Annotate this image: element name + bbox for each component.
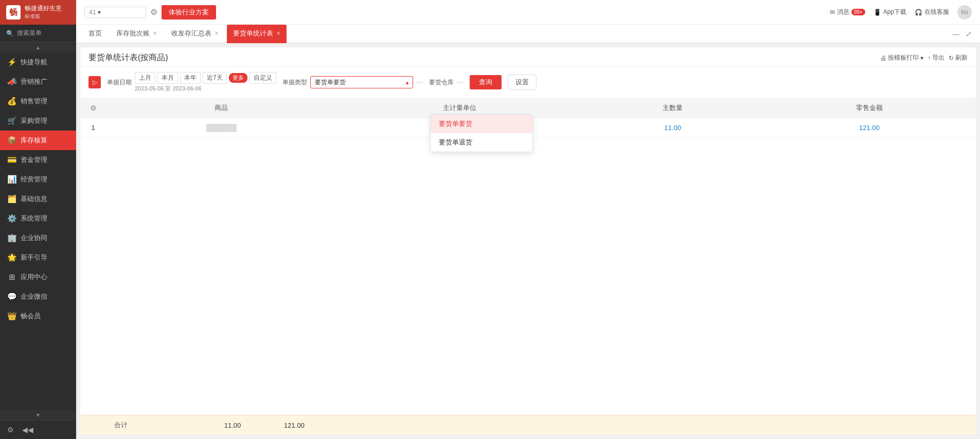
app-logo: 畅 畅捷通好生意 标准版 — [0, 0, 76, 25]
warehouse-label: 要货仓库 — [429, 78, 454, 87]
page-actions: 🖨 按模板打印 ▾ ↑ 导出 ↻ 刷新 — [880, 53, 968, 62]
page-panel: 要货单统计表(按商品) 🖨 按模板打印 ▾ ↑ 导出 ↻ 刷新 — [80, 47, 976, 435]
quick-nav-icon: ⚡ — [7, 58, 16, 67]
inventory-icon: 📦 — [7, 136, 16, 145]
warehouse-more-btn[interactable]: ··· — [457, 78, 464, 87]
sidebar-item-system[interactable]: ⚙️ 系统管理 — [0, 209, 76, 228]
sidebar-search[interactable]: 🔍 搜索菜单 — [0, 25, 76, 42]
sales-icon: 💰 — [7, 97, 16, 106]
page-body: 要货单统计表(按商品) 🖨 按模板打印 ▾ ↑ 导出 ↻ 刷新 — [76, 43, 980, 439]
sidebar-item-basic[interactable]: 🗂️ 基础信息 — [0, 189, 76, 209]
sidebar-item-enterprise[interactable]: 🏢 企业协同 — [0, 228, 76, 248]
sidebar-item-newbie[interactable]: 🌟 新手引导 — [0, 248, 76, 267]
tab-batch-account[interactable]: 库存批次账 ✕ — [110, 25, 163, 43]
sidebar-item-member[interactable]: 👑 畅会员 — [0, 306, 76, 326]
user-avatar[interactable]: Rit — [957, 5, 972, 20]
filter-more-btn[interactable]: ··· — [416, 78, 423, 87]
tab-batch-close[interactable]: ✕ — [153, 30, 157, 36]
date-shortcuts: 上月 本月 本年 近7天 更多 自定义 — [135, 72, 276, 84]
export-label: 导出 — [932, 53, 945, 62]
app-download-btn[interactable]: 📱 App下载 — [874, 8, 906, 16]
print-label: 按模板打印 — [888, 53, 919, 62]
wechat-icon: 💬 — [7, 292, 16, 301]
filter-expand-btn[interactable]: ▷ — [88, 76, 101, 88]
this-year-btn[interactable]: 本年 — [180, 72, 201, 84]
custom-date-btn[interactable]: 自定义 — [250, 72, 276, 84]
basic-icon: 🗂️ — [7, 194, 16, 204]
sidebar-item-label: 企业协同 — [21, 233, 47, 243]
sidebar-item-wechat[interactable]: 💬 企业微信 — [0, 287, 76, 306]
tab-expand-btn[interactable]: ⤢ — [964, 29, 974, 39]
col-settings-icon[interactable]: ⚙ — [90, 104, 97, 112]
sidebar-item-label: 企业微信 — [21, 292, 47, 301]
logo-sub: 标准版 — [25, 13, 62, 20]
service-label: 在线客服 — [924, 8, 949, 16]
sidebar-item-label: 销售管理 — [21, 97, 47, 106]
sidebar-item-quick-nav[interactable]: ⚡ 快捷导航 — [0, 52, 76, 72]
date-range: 2023-05-06 至 2023-06-06 — [135, 85, 276, 93]
last-7-days-btn[interactable]: 近7天 — [203, 72, 227, 84]
topbar-settings-btn[interactable]: ⚙ — [150, 7, 157, 17]
logo-icon: 畅 — [6, 5, 21, 20]
sidebar-item-sales[interactable]: 💰 销售管理 — [0, 92, 76, 111]
sidebar-item-label: 系统管理 — [21, 214, 47, 223]
sidebar-item-finance[interactable]: 💳 资金管理 — [0, 150, 76, 170]
tab-receive-label: 收发存汇总表 — [171, 29, 211, 38]
more-dates-btn[interactable]: 更多 — [229, 73, 247, 83]
footer-amount: 121.00 — [263, 422, 325, 429]
search-label: 搜索菜单 — [17, 29, 42, 38]
trial-btn[interactable]: 体验行业方案 — [162, 5, 216, 20]
scroll-down-btn[interactable]: ▼ — [0, 410, 76, 420]
this-month-btn[interactable]: 本月 — [157, 72, 178, 84]
setting-btn[interactable]: 设置 — [508, 75, 537, 90]
scroll-up-btn[interactable]: ▲ — [0, 42, 76, 52]
tab-receive-close[interactable]: ✕ — [215, 30, 219, 36]
sidebar-item-inventory[interactable]: 📦 库存核算 — [0, 131, 76, 150]
refresh-icon: ↻ — [949, 54, 954, 62]
message-badge: 99+ — [851, 9, 865, 15]
query-btn[interactable]: 查询 — [470, 75, 502, 89]
tab-minimize-btn[interactable]: — — [950, 29, 961, 39]
online-service-btn[interactable]: 🎧 在线客服 — [915, 8, 949, 16]
sidebar-item-marketing[interactable]: 📣 营销推广 — [0, 72, 76, 92]
refresh-btn[interactable]: ↻ 刷新 — [949, 53, 968, 62]
page-header: 要货单统计表(按商品) 🖨 按模板打印 ▾ ↑ 导出 ↻ 刷新 — [80, 47, 976, 67]
cell-qty[interactable]: 11.00 — [583, 118, 763, 137]
type-input-wrap: 要货单要货 要货单退货 ▲ — [310, 76, 413, 88]
table-footer: 合计 11.00 121.00 — [80, 415, 976, 435]
phone-icon: 📱 — [874, 9, 881, 16]
filter-bar: ▷ 单据日期 上月 本月 本年 近7天 更多 自定义 2023-05-06 至 … — [80, 67, 976, 98]
dropdown-item-order-return[interactable]: 要货单退货 — [431, 133, 532, 152]
col-product: 商品 — [106, 98, 336, 118]
messages-btn[interactable]: ✉ 消息 99+ — [830, 8, 865, 16]
sidebar-item-label: 经营管理 — [21, 175, 47, 184]
tab-home[interactable]: 首页 — [82, 25, 108, 43]
print-btn[interactable]: 🖨 按模板打印 ▾ — [880, 53, 923, 62]
date-label: 单据日期 — [107, 78, 132, 87]
system-icon: ⚙️ — [7, 214, 16, 223]
tab-receive-summary[interactable]: 收发存汇总表 ✕ — [165, 25, 225, 43]
sidebar-item-purchase[interactable]: 🛒 采购管理 — [0, 111, 76, 131]
tab-order-stats[interactable]: 要货单统计表 ✕ — [227, 25, 287, 43]
settings-icon[interactable]: ⚙ — [7, 426, 14, 434]
collapse-icon[interactable]: ◀◀ — [22, 426, 33, 434]
last-month-btn[interactable]: 上月 — [135, 72, 155, 84]
footer-qty: 11.00 — [202, 422, 263, 429]
col-amount: 零售金额 — [763, 98, 976, 118]
cell-amount[interactable]: 121.00 — [763, 118, 976, 137]
warehouse-filter: 要货仓库 ··· — [429, 78, 464, 87]
sidebar-item-appstore[interactable]: ⊞ 应用中心 — [0, 267, 76, 287]
sidebar-item-label: 采购管理 — [21, 116, 47, 125]
date-filter: 单据日期 上月 本月 本年 近7天 更多 自定义 2023-05-06 至 20… — [107, 72, 276, 93]
dropdown-item-order-goods[interactable]: 要货单要货 — [431, 115, 532, 133]
sidebar-item-operation[interactable]: 📊 经营管理 — [0, 170, 76, 189]
sidebar-item-label: 应用中心 — [21, 272, 47, 282]
sidebar-bottom: ⚙ ◀◀ — [0, 420, 76, 439]
tab-order-close[interactable]: ✕ — [276, 30, 280, 36]
export-btn[interactable]: ↑ 导出 — [928, 53, 945, 62]
tabbar-actions: — ⤢ — [950, 29, 974, 39]
type-select[interactable]: 要货单要货 要货单退货 — [310, 76, 413, 88]
search-icon: 🔍 — [6, 30, 14, 37]
type-label: 单据类型 — [282, 78, 307, 87]
store-selector[interactable]: 41 ▾ — [84, 7, 146, 18]
